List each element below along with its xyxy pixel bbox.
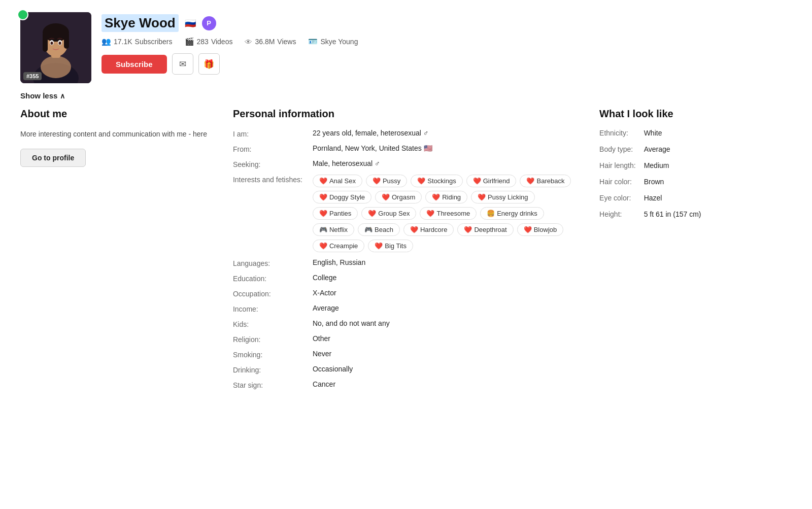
profile-actions: Subscribe ✉ 🎁 <box>101 53 792 75</box>
eye-color-value: Hazel <box>644 194 792 202</box>
eye-color-label: Eye color: <box>599 194 636 202</box>
kids-value: No, and do not want any <box>313 319 579 327</box>
interest-tag: 🎮Netflix <box>313 223 354 236</box>
smoking-label: Smoking: <box>233 350 302 359</box>
hair-length-value: Medium <box>644 161 792 169</box>
look-title: What I look like <box>599 108 792 120</box>
interest-tag: ❤️Riding <box>425 191 467 203</box>
subscribers-count: 17.1K <box>114 38 132 46</box>
subscribers-stat: 👥 17.1K Subscribers <box>101 37 173 46</box>
interest-tag: ❤️Stockings <box>411 175 462 187</box>
height-value: 5 ft 61 in (157 cm) <box>644 210 792 218</box>
verified-badge-icon: P <box>202 16 216 30</box>
look-grid: Ethnicity: White Body type: Average Hair… <box>599 129 792 218</box>
svg-point-10 <box>51 42 53 45</box>
profile-name-row: Skye Wood 🇷🇺 P <box>101 14 792 32</box>
svg-rect-6 <box>43 32 48 52</box>
interest-tag: ❤️Doggy Style <box>313 191 371 203</box>
interest-tag: 🍔Energy drinks <box>480 207 544 220</box>
interest-tag: ❤️Group Sex <box>361 207 416 220</box>
alias-stat: 🪪 Skye Young <box>308 37 358 46</box>
education-value: College <box>313 274 579 282</box>
country-flag-icon: 🇷🇺 <box>184 19 197 28</box>
views-stat: 👁 36.8M Views <box>245 38 296 46</box>
subscribers-label: Subscribers <box>135 38 173 46</box>
kids-label: Kids: <box>233 319 302 328</box>
seeking-label: Seeking: <box>233 159 302 168</box>
interest-tag: ❤️Creampie <box>313 240 364 252</box>
interest-tag: ❤️Hardcore <box>403 223 454 236</box>
show-less-button[interactable]: Show less <box>20 91 65 100</box>
views-count: 36.8M <box>255 38 275 46</box>
look-section: What I look like Ethnicity: White Body t… <box>599 108 792 389</box>
message-button[interactable]: ✉ <box>172 53 193 75</box>
gift-button[interactable]: 🎁 <box>198 53 220 75</box>
interests-label: Interests and fetishes: <box>233 175 302 184</box>
svg-point-2 <box>41 56 71 78</box>
online-indicator <box>17 9 28 20</box>
drinking-value: Occasionally <box>313 365 579 373</box>
subscribe-button[interactable]: Subscribe <box>101 55 167 74</box>
occupation-label: Occupation: <box>233 289 302 298</box>
height-label: Height: <box>599 210 636 218</box>
go-to-profile-button[interactable]: Go to profile <box>20 149 86 167</box>
svg-point-11 <box>59 42 61 45</box>
profile-header: #355 Skye Wood 🇷🇺 P 👥 17.1K Subscribers … <box>0 0 812 89</box>
star-sign-label: Star sign: <box>233 380 302 389</box>
hair-length-label: Hair length: <box>599 161 636 169</box>
svg-rect-7 <box>64 32 69 49</box>
show-less-row: Show less <box>0 89 812 108</box>
star-sign-value: Cancer <box>313 380 579 388</box>
about-me-title: About me <box>20 108 213 120</box>
avatar-badge: #355 <box>23 72 42 80</box>
interest-tag: ❤️Pussy Licking <box>471 191 534 203</box>
avatar-wrap: #355 <box>20 12 91 83</box>
alias-icon: 🪪 <box>308 37 318 46</box>
views-label: Views <box>277 38 296 46</box>
videos-label: Videos <box>211 38 233 46</box>
about-me-section: About me More interesting content and co… <box>20 108 213 389</box>
interest-tag: ❤️Threesome <box>420 207 477 220</box>
smoking-value: Never <box>313 350 579 358</box>
from-label: From: <box>233 144 302 153</box>
interest-tag: ❤️Pussy <box>366 175 407 187</box>
videos-count: 283 <box>197 38 209 46</box>
views-icon: 👁 <box>245 38 252 46</box>
interest-tag: ❤️Blowjob <box>517 223 564 236</box>
income-value: Average <box>313 304 579 312</box>
languages-label: Languages: <box>233 258 302 267</box>
personal-info-section: Personal information I am: 22 years old,… <box>233 108 579 389</box>
interest-tag: ❤️Bareback <box>520 175 571 187</box>
main-content: About me More interesting content and co… <box>0 108 812 410</box>
religion-value: Other <box>313 334 579 343</box>
about-me-description: More interesting content and communicati… <box>20 129 213 140</box>
personal-info-grid: I am: 22 years old, female, heterosexual… <box>233 129 579 389</box>
videos-icon: 🎬 <box>185 37 194 46</box>
profile-info: Skye Wood 🇷🇺 P 👥 17.1K Subscribers 🎬 283… <box>101 12 792 75</box>
personal-info-title: Personal information <box>233 108 579 120</box>
religion-label: Religion: <box>233 334 302 344</box>
income-label: Income: <box>233 304 302 313</box>
interest-tag: ❤️Panties <box>313 207 358 220</box>
body-type-value: Average <box>644 145 792 153</box>
education-label: Education: <box>233 274 302 283</box>
i-am-label: I am: <box>233 129 302 138</box>
interest-tag: ❤️Anal Sex <box>313 175 362 187</box>
seeking-value: Male, heterosexual ♂️ <box>313 159 579 167</box>
interest-tag: 🎮Beach <box>358 223 400 236</box>
profile-stats: 👥 17.1K Subscribers 🎬 283 Videos 👁 36.8M… <box>101 37 792 46</box>
videos-stat: 🎬 283 Videos <box>185 37 233 46</box>
languages-value: English, Russian <box>313 258 579 266</box>
interest-tag: ❤️Orgasm <box>375 191 422 203</box>
interest-tag: ❤️Big Tits <box>368 240 413 252</box>
i-am-value: 22 years old, female, heterosexual ♂️ <box>313 129 579 137</box>
interests-tags: ❤️Anal Sex❤️Pussy❤️Stockings❤️Girlfriend… <box>313 175 579 252</box>
interest-tag: ❤️Deepthroat <box>457 223 513 236</box>
subscribers-icon: 👥 <box>101 37 111 46</box>
ethnicity-value: White <box>644 129 792 137</box>
from-value: Pornland, New York, United States 🇺🇸 <box>313 144 579 152</box>
ethnicity-label: Ethnicity: <box>599 129 636 137</box>
occupation-value: X-Actor <box>313 289 579 297</box>
alias-value: Skye Young <box>320 38 358 46</box>
hair-color-label: Hair color: <box>599 178 636 186</box>
